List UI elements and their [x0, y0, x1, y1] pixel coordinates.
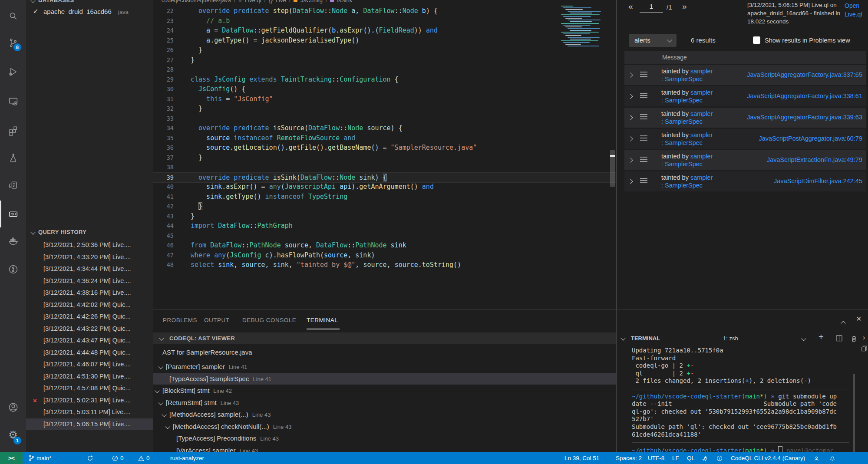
breadcrumb-item[interactable]: JsConfig: [300, 0, 323, 3]
query-history-item[interactable]: [3/12/2021, 5:03:11 PM] Live....: [26, 406, 153, 418]
source-detail-link[interactable]: : SamplerSpec: [661, 76, 703, 82]
query-history-item[interactable]: [3/12/2021, 5:06:15 PM] Live....: [26, 418, 153, 431]
code-line-27[interactable]: 27}: [153, 55, 616, 65]
query-history-item[interactable]: [3/12/2021, 4:46:07 PM] Live....: [26, 359, 153, 371]
open-query-link[interactable]: Open Live.ql: [845, 1, 868, 19]
ast-node-row[interactable]: [TypeAccess] SamplerSpecLine 41: [153, 373, 616, 385]
code-line-37[interactable]: 37 }: [153, 153, 616, 163]
chevron-down-icon[interactable]: [155, 388, 159, 393]
extensions-icon[interactable]: [7, 124, 19, 136]
query-history-item[interactable]: [3/12/2021, 4:34:44 PM] Live....: [26, 263, 153, 275]
query-history-item[interactable]: [3/12/2021, 4:42:26 PM] Quic...: [26, 311, 153, 323]
chevron-down-icon[interactable]: [158, 364, 163, 369]
feedback-status-item[interactable]: [813, 452, 820, 464]
remote-explorer-icon[interactable]: [7, 95, 19, 107]
new-terminal-icon[interactable]: +: [818, 332, 824, 342]
result-location-link[interactable]: JavaScriptPostAggregator.java:60:79: [759, 135, 862, 142]
query-history-icon[interactable]: [7, 179, 19, 191]
result-location-link[interactable]: JavaScriptDimFilter.java:242:45: [774, 178, 862, 184]
ast-node-row[interactable]: [BlockStmt] stmtLine 42: [153, 385, 616, 397]
expand-chevron-icon[interactable]: [628, 158, 633, 162]
result-location-link[interactable]: JavaScriptAggregatorFactory.java:338:61: [747, 92, 862, 99]
query-history-item[interactable]: ×[3/12/2021, 5:02:31 PM] Live....: [26, 395, 153, 407]
expand-chevron-icon[interactable]: [628, 72, 633, 77]
query-history-item[interactable]: [3/12/2021, 4:42:02 PM] Quic...: [26, 299, 153, 311]
database-item[interactable]: ✓ apache_druid_16acd66 java: [26, 6, 153, 18]
editor-scrollbar[interactable]: [610, 0, 616, 309]
source-detail-link[interactable]: : SamplerSpec: [661, 161, 703, 168]
code-editor[interactable]: codeql-custom-queries-java/≡Live.ql/{}Li…: [153, 0, 616, 309]
query-history-section-header[interactable]: QUERY HISTORY: [31, 229, 86, 235]
code-line-28[interactable]: 28: [153, 65, 616, 75]
query-history-item[interactable]: [3/12/2021, 2:50:36 PM] Live....: [26, 239, 153, 251]
account-icon[interactable]: [7, 401, 19, 413]
page-number-input[interactable]: 1: [640, 1, 663, 13]
status-utf-8[interactable]: UTF-8: [648, 452, 664, 464]
code-line-22[interactable]: 22 override predicate step(DataFlow::Nod…: [153, 6, 616, 16]
beaker-icon[interactable]: [7, 151, 19, 164]
ast-node-row[interactable]: [Parameter] samplerLine 41: [153, 361, 616, 373]
source-detail-link[interactable]: : SamplerSpec: [661, 118, 703, 125]
source-link[interactable]: sampler: [690, 68, 713, 75]
terminal-panel[interactable]: TERMINAL 1: zsh + › Updating 721aa10..57…: [617, 309, 868, 453]
panel-next-icon[interactable]: ›: [863, 334, 865, 342]
panel-tab-problems[interactable]: PROBLEMS: [163, 317, 197, 323]
code-line-34[interactable]: 34 override predicate isSource(DataFlow:…: [153, 123, 616, 133]
panel-tab-terminal[interactable]: TERMINAL: [307, 317, 338, 323]
chevron-down-icon[interactable]: [158, 400, 163, 405]
query-history-item[interactable]: [3/12/2021, 4:38:16 PM] Live....: [26, 287, 153, 299]
ast-node-row[interactable]: [ReturnStmt] stmtLine 43: [153, 397, 616, 409]
ast-viewer-header[interactable]: CODEQL: AST VIEWER: [153, 332, 616, 344]
rust-analyzer[interactable]: rust-analyzer: [170, 452, 204, 464]
status-codeql-cli-v2-4-4-canary-[interactable]: CodeQL CLI v2.4.4 (Canary): [731, 452, 805, 464]
breadcrumb-item[interactable]: codeql-custom-queries-java: [162, 0, 231, 3]
branch-status-item[interactable]: main*: [29, 452, 52, 464]
result-row[interactable]: tainted by sampler: SamplerSpecJavaScrip…: [624, 86, 866, 106]
commit-graph-icon[interactable]: [7, 263, 19, 275]
query-history-item[interactable]: [3/12/2021, 4:33:20 PM] Live....: [26, 251, 153, 263]
results-view-dropdown[interactable]: alerts: [629, 34, 677, 47]
status-lf[interactable]: LF: [672, 452, 679, 464]
ast-node-row[interactable]: [TypeAccess] PreconditionsLine 43: [153, 432, 616, 444]
next-page-button[interactable]: »: [682, 2, 687, 11]
panel-tab-debug-console[interactable]: DEBUG CONSOLE: [242, 317, 296, 323]
breadcrumb-item[interactable]: Live.ql: [245, 0, 261, 3]
query-history-item[interactable]: [3/12/2021, 4:57:08 PM] Quic...: [26, 382, 153, 395]
status-ql[interactable]: QL: [687, 452, 695, 464]
breadcrumb-item[interactable]: isSink: [337, 0, 352, 3]
clipboard-icon[interactable]: [861, 345, 868, 352]
code-line-23[interactable]: 23 // a.b: [153, 16, 616, 26]
query-history-item[interactable]: [3/12/2021, 4:43:22 PM] Quic...: [26, 323, 153, 335]
source-detail-link[interactable]: : SamplerSpec: [661, 182, 703, 189]
code-line-31[interactable]: 31 this = "JsConfig": [153, 94, 616, 104]
minimap[interactable]: [560, 6, 608, 48]
source-link[interactable]: sampler: [690, 153, 713, 160]
code-line-38[interactable]: 38: [153, 162, 616, 172]
query-history-item[interactable]: [3/12/2021, 4:51:30 PM] Live....: [26, 371, 153, 383]
status-ln-39-col-51[interactable]: Ln 39, Col 51: [564, 452, 599, 464]
code-line-43[interactable]: 43}: [153, 211, 616, 221]
result-row[interactable]: tainted by sampler: SamplerSpecJavaScrip…: [624, 171, 866, 191]
path-list-icon[interactable]: [640, 135, 647, 142]
code-line-41[interactable]: 41 sink.getType() instanceof TypeString: [153, 192, 616, 202]
source-detail-link[interactable]: : SamplerSpec: [661, 139, 703, 146]
split-terminal-icon[interactable]: [836, 335, 842, 342]
source-link[interactable]: sampler: [690, 132, 713, 138]
code-line-33[interactable]: 33: [153, 114, 616, 124]
result-row[interactable]: tainted by sampler: SamplerSpecJavaScrip…: [624, 108, 866, 128]
code-line-45[interactable]: 45: [153, 231, 616, 241]
code-line-48[interactable]: 48select sink, source, sink, "tainted by…: [153, 260, 616, 270]
code-line-29[interactable]: 29class JsConfig extends TaintTracking::…: [153, 75, 616, 85]
code-line-25[interactable]: 25 a.getType() = jacksonDeserialisedType…: [153, 36, 616, 46]
docker-icon[interactable]: [7, 235, 19, 247]
bell-status-item[interactable]: [829, 452, 835, 464]
code-line-42[interactable]: 42 }: [153, 201, 616, 211]
source-link[interactable]: sampler: [690, 89, 713, 96]
result-row[interactable]: tainted by sampler: SamplerSpecJavaScrip…: [624, 129, 866, 149]
kill-terminal-icon[interactable]: [851, 335, 857, 342]
expand-chevron-icon[interactable]: [628, 115, 633, 120]
panel-tab-output[interactable]: OUTPUT: [204, 317, 230, 323]
chevron-down-icon[interactable]: [162, 412, 166, 417]
path-list-icon[interactable]: [640, 178, 647, 184]
code-line-40[interactable]: 40 sink.asExpr() = any(JavascriptApi api…: [153, 182, 616, 192]
